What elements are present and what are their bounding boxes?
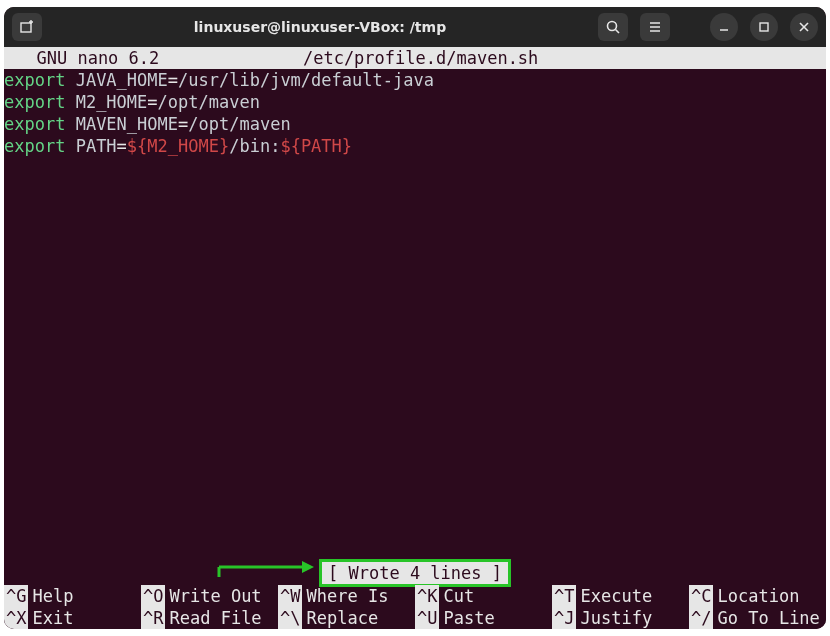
svg-rect-9 [760,23,768,31]
shortcut-justify[interactable]: ^JJustify [552,607,689,629]
close-button[interactable] [790,13,818,41]
search-button[interactable] [598,13,628,41]
shortcut-label: Exit [28,607,73,629]
menu-button[interactable] [640,13,670,41]
svg-point-3 [608,22,617,31]
search-icon [605,19,621,35]
interp: ${M2_HOME} [127,136,229,156]
shortcut-key: ^K [415,585,439,607]
nano-shortcuts: ^GHelp ^OWrite Out ^WWhere Is ^KCut ^TEx… [4,585,826,629]
window-titlebar: linuxuser@linuxuser-VBox: /tmp [4,7,826,47]
nano-header: GNU nano 6.2 /etc/profile.d/maven.sh [4,47,826,69]
shortcut-label: Replace [302,607,378,629]
value: /opt/maven [158,92,260,112]
shortcut-key: ^R [141,607,165,629]
equals: = [147,92,157,112]
editor-content[interactable]: export JAVA_HOME=/usr/lib/jvm/default-ja… [4,69,826,157]
shortcut-key: ^\ [278,607,302,629]
shortcut-key: ^/ [689,607,713,629]
equals: = [178,114,188,134]
shortcut-key: ^G [4,585,28,607]
shortcut-label: Help [28,585,73,607]
shortcut-readfile[interactable]: ^RRead File [141,607,278,629]
new-tab-button[interactable] [12,13,42,41]
interp: ${PATH} [280,136,352,156]
window-title: linuxuser@linuxuser-VBox: /tmp [50,19,590,35]
shortcut-label: Justify [576,607,652,629]
svg-line-4 [616,30,620,34]
shortcut-replace[interactable]: ^\Replace [278,607,415,629]
terminal-window: linuxuser@linuxuser-VBox: /tmp GNU nano … [4,7,826,629]
shortcut-key: ^T [552,585,576,607]
close-icon [797,20,811,34]
equals: = [168,70,178,90]
shortcut-cut[interactable]: ^KCut [415,585,552,607]
shortcut-gotoline[interactable]: ^/Go To Line [689,607,826,629]
shortcut-label: Execute [576,585,652,607]
value: /bin: [229,136,280,156]
shortcut-label: Paste [439,607,494,629]
shortcut-label: Read File [165,607,261,629]
shortcut-exit[interactable]: ^XExit [4,607,141,629]
hamburger-icon [647,19,663,35]
shortcut-key: ^X [4,607,28,629]
status-row: [ Wrote 4 lines ] [4,561,826,585]
minimize-icon [717,20,731,34]
minimize-button[interactable] [710,13,738,41]
variable: M2_HOME [65,92,147,112]
shortcut-label: Cut [439,585,474,607]
shortcut-key: ^C [689,585,713,607]
shortcut-label: Write Out [165,585,261,607]
shortcut-key: ^J [552,607,576,629]
value: /opt/maven [188,114,290,134]
nano-app-name: GNU nano 6.2 [8,47,159,69]
shortcut-label: Location [713,585,799,607]
terminal-area[interactable]: GNU nano 6.2 /etc/profile.d/maven.sh exp… [4,47,826,629]
variable: MAVEN_HOME [65,114,178,134]
keyword: export [4,70,65,90]
shortcut-location[interactable]: ^CLocation [689,585,826,607]
shortcut-row-1: ^GHelp ^OWrite Out ^WWhere Is ^KCut ^TEx… [4,585,826,607]
maximize-icon [757,20,771,34]
maximize-button[interactable] [750,13,778,41]
variable: JAVA_HOME [65,70,167,90]
shortcut-help[interactable]: ^GHelp [4,585,141,607]
shortcut-writeout[interactable]: ^OWrite Out [141,585,278,607]
shortcut-row-2: ^XExit ^RRead File ^\Replace ^UPaste ^JJ… [4,607,826,629]
keyword: export [4,114,65,134]
shortcut-paste[interactable]: ^UPaste [415,607,552,629]
shortcut-key: ^W [278,585,302,607]
keyword: export [4,136,65,156]
variable: PATH [65,136,116,156]
shortcut-label: Go To Line [713,607,819,629]
shortcut-key: ^U [415,607,439,629]
equals: = [117,136,127,156]
keyword: export [4,92,65,112]
shortcut-whereis[interactable]: ^WWhere Is [278,585,415,607]
shortcut-execute[interactable]: ^TExecute [552,585,689,607]
nano-file-path: /etc/profile.d/maven.sh [159,47,822,69]
svg-rect-0 [21,23,31,32]
value: /usr/lib/jvm/default-java [178,70,434,90]
shortcut-key: ^O [141,585,165,607]
shortcut-label: Where Is [302,585,388,607]
status-message: [ Wrote 4 lines ] [319,559,511,587]
